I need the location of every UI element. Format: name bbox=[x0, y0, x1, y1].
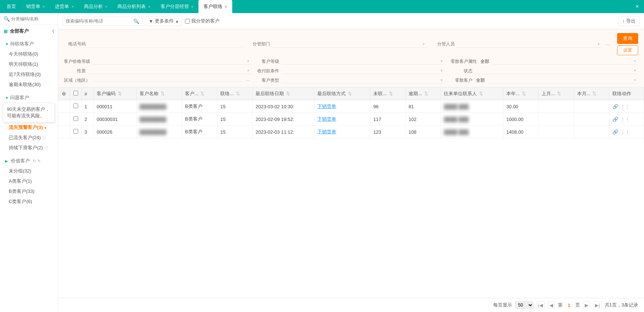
sidebar-item-churn-warning[interactable]: 流失预警客户(3) ● bbox=[0, 122, 58, 133]
my-customer-checkbox-area[interactable]: 我分管的客户 bbox=[185, 18, 220, 24]
col-name[interactable]: 客户名称 ⇅ bbox=[136, 88, 182, 100]
action-link-icon[interactable]: 🔗 bbox=[612, 129, 618, 135]
page-size-select[interactable]: 50 20 100 bbox=[515, 301, 534, 309]
filter-retail-attr-select[interactable]: ▼ bbox=[493, 58, 638, 65]
cell-last-contact-method[interactable]: 下销货单 bbox=[314, 113, 370, 126]
sidebar-item-unclassified[interactable]: 未分组(32) bbox=[0, 166, 58, 176]
settings-btn[interactable]: 设置 bbox=[617, 45, 638, 55]
search-icon-btn[interactable]: 🔍 bbox=[133, 19, 139, 24]
tab-product-analysis-list[interactable]: 商品分析列表 × bbox=[112, 0, 155, 13]
close-icon[interactable]: × bbox=[191, 4, 193, 9]
collapse-icon[interactable]: 《 bbox=[50, 29, 54, 34]
sidebar-item-churned[interactable]: 已流失客户(24) ⓘ bbox=[0, 133, 58, 143]
close-icon[interactable]: × bbox=[105, 4, 107, 9]
filter-price-level-select[interactable]: ▼ bbox=[92, 58, 251, 65]
col-overdue[interactable]: 逾期... ⇅ bbox=[406, 88, 441, 100]
sidebar-item-tomorrow-pending[interactable]: 明天待联络(1) bbox=[0, 59, 58, 69]
my-customer-checkbox[interactable] bbox=[185, 19, 190, 24]
close-icon[interactable]: × bbox=[43, 4, 45, 9]
page-label: 第 bbox=[558, 302, 563, 308]
sidebar-item-class-a[interactable]: A类客户(1) bbox=[0, 176, 58, 186]
sidebar-search-box: 🔍 bbox=[0, 13, 58, 25]
cell-cust-level: B类客户 bbox=[182, 113, 217, 126]
filter-manager-select[interactable]: ▼ bbox=[457, 41, 602, 48]
select-all-checkbox[interactable] bbox=[73, 91, 78, 96]
sidebar-item-7days-pending[interactable]: 近7天待联络(0) bbox=[0, 69, 58, 80]
filter-cust-type-select[interactable]: ▼ bbox=[281, 77, 445, 84]
action-link-icon[interactable]: 🔗 bbox=[612, 117, 618, 122]
filter-actions: 查询 设置 bbox=[617, 33, 638, 55]
close-icon[interactable]: × bbox=[148, 4, 150, 9]
cell-last-month bbox=[539, 126, 574, 138]
edit-icon[interactable]: ✎ bbox=[37, 159, 41, 163]
row-checkbox[interactable] bbox=[73, 104, 78, 108]
next-page-btn[interactable]: ▶ bbox=[583, 301, 590, 309]
filter-manager: 分管人员 ▼ ··· bbox=[433, 41, 611, 48]
tab-customer-layering[interactable]: 客户分层经营 × bbox=[156, 0, 198, 13]
col-no-contact[interactable]: 未联... ⇅ bbox=[370, 88, 406, 100]
tab-product-analysis[interactable]: 商品分析 × bbox=[79, 0, 112, 13]
col-this-month[interactable]: 本月... ⇅ bbox=[574, 88, 609, 100]
sidebar-group-value-title[interactable]: ▶ 价值客户 ↻ ✎ bbox=[0, 156, 58, 166]
cell-last-contact-method[interactable]: 下销货单 bbox=[314, 126, 370, 138]
last-page-btn[interactable]: ▶| bbox=[593, 301, 601, 309]
col-contacts[interactable]: 往来单位联系人 ⇅ bbox=[441, 88, 503, 100]
tab-homepage[interactable]: 首页 bbox=[1, 0, 21, 13]
tab-purchase-order[interactable]: 进货单 × bbox=[50, 0, 79, 13]
filter-dept-select[interactable]: ▼ bbox=[272, 41, 427, 48]
filter-nature-select[interactable]: ▼ bbox=[88, 68, 251, 74]
cell-last-contact-method[interactable]: 下销货单 bbox=[314, 100, 370, 113]
first-page-btn[interactable]: |◀ bbox=[536, 301, 545, 309]
filter-payment-select[interactable]: ▼ bbox=[281, 68, 445, 74]
sidebar-group-problem-title[interactable]: ▼ 问题客户 bbox=[0, 93, 58, 103]
col-last-contact-date[interactable]: 最后联络日期 ⇅ bbox=[253, 88, 314, 100]
action-more-icon[interactable]: ⋮⋮ bbox=[620, 129, 630, 135]
action-link-icon[interactable]: 🔗 bbox=[612, 104, 618, 109]
action-more-icon[interactable]: ⋮⋮ bbox=[620, 104, 630, 109]
filter-retail-select[interactable]: ▼ bbox=[488, 77, 638, 84]
sidebar-root[interactable]: ⊞ 全部客户 《 bbox=[0, 25, 58, 37]
col-code[interactable]: 客户编码 ⇅ bbox=[93, 88, 136, 100]
chevron-down-icon2: ▼ bbox=[597, 42, 600, 46]
col-settings[interactable]: ⚙ bbox=[58, 88, 70, 100]
close-icon[interactable]: × bbox=[71, 4, 73, 9]
filter-status-select[interactable]: ▼ bbox=[475, 68, 638, 74]
sidebar-item-overdue-no-contact[interactable]: 逾期未联络(30) bbox=[0, 80, 58, 90]
col-last-contact-method[interactable]: 最后联络方式 ⇅ bbox=[314, 88, 370, 100]
col-this-year[interactable]: 本年... ⇅ bbox=[503, 88, 539, 100]
more-conditions-btn[interactable]: ▼ 更多条件 ▲ bbox=[145, 16, 182, 26]
query-btn[interactable]: 查询 bbox=[617, 33, 638, 44]
col-contact[interactable]: 联络... ⇅ bbox=[217, 88, 253, 100]
sidebar-item-today-pending[interactable]: 今天待联络(0) bbox=[0, 49, 58, 59]
sidebar-group-pending-title[interactable]: ▼ 待联络客户 bbox=[0, 39, 58, 49]
export-btn[interactable]: ↑ 导出 bbox=[619, 16, 640, 26]
cell-this-month bbox=[574, 113, 609, 126]
col-cust-level[interactable]: 客户... ⇅ bbox=[182, 88, 217, 100]
close-icon[interactable]: × bbox=[225, 4, 227, 9]
search-input[interactable] bbox=[66, 19, 133, 24]
tab-sales-order[interactable]: 销货单 × bbox=[21, 0, 50, 13]
region-dots-icon[interactable]: ··· bbox=[244, 77, 251, 83]
total-info: 共1页，3条记录 bbox=[605, 302, 638, 308]
filter-row-1: 电话号码 分管部门 ▼ 分管人员 ▼ ··· bbox=[64, 33, 638, 55]
cell-name: ████████ bbox=[136, 113, 182, 126]
pagination: 每页显示 50 20 100 |◀ ◀ 第 1 页 ▶ ▶| 共1页，3条记录 bbox=[58, 298, 644, 312]
tab-bar-close-btn[interactable]: × bbox=[632, 3, 643, 10]
more-dots-icon[interactable]: ··· bbox=[604, 41, 611, 47]
row-checkbox[interactable] bbox=[73, 116, 78, 121]
sidebar-item-class-b[interactable]: B类客户(33) bbox=[0, 186, 58, 196]
sidebar-search-input[interactable] bbox=[11, 16, 54, 21]
filter-phone-input[interactable] bbox=[88, 40, 242, 48]
refresh-icon[interactable]: ↻ bbox=[33, 159, 36, 163]
prev-page-btn[interactable]: ◀ bbox=[548, 301, 555, 309]
filter-cust-level-select[interactable]: ▼ bbox=[281, 58, 445, 65]
action-more-icon[interactable]: ⋮⋮ bbox=[620, 117, 630, 122]
col-last-month[interactable]: 上月... ⇅ bbox=[539, 88, 574, 100]
cell-action: 🔗 ⋮⋮ bbox=[609, 100, 644, 113]
filter-region-select[interactable] bbox=[92, 79, 242, 82]
cell-settings bbox=[58, 126, 70, 138]
sidebar-item-declining[interactable]: 持续下滑客户(2) ⓘ bbox=[0, 143, 58, 153]
sidebar-item-class-c[interactable]: C类客户(6) bbox=[0, 196, 58, 207]
row-checkbox[interactable] bbox=[73, 129, 78, 134]
tab-customer-contact[interactable]: 客户联络 × bbox=[198, 0, 232, 13]
